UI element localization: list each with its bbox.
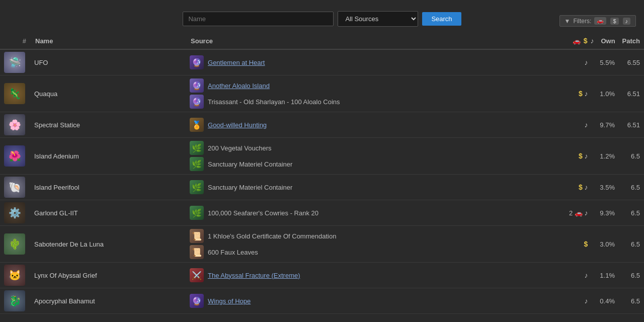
source-icon: 🔮 (190, 78, 204, 93)
pct-value: 9.3% (594, 209, 615, 217)
source-cell: 🏅Good-willed Hunting (186, 112, 492, 138)
mount-name: Lynx Of Abyssal Grief (30, 263, 186, 288)
mount-name: Quaqua (30, 75, 186, 112)
mount-cell: 🛸 (0, 49, 30, 75)
col-gil-icon: $ (584, 37, 588, 45)
row-icons-cell: $ ♪ 1.2%6.5 (492, 138, 644, 175)
music-icon: ♪ (584, 58, 588, 66)
mount-cell: 🦎 (0, 75, 30, 112)
patch-value: 6.51 (622, 121, 640, 129)
music-icon: ♪ (584, 209, 588, 217)
patch-value: 6.55 (622, 59, 640, 66)
table-row: 🌺Island Adenium🌿200 Vegetal Vouchers🌿San… (0, 138, 644, 175)
mount-icon: 🛸 (4, 52, 25, 73)
table-row: 🐱Lynx Of Abyssal Grief⚔️The Abyssal Frac… (0, 263, 644, 288)
row-icons-cell: ♪ 1.1%6.5 (492, 263, 644, 288)
source-text: Trisassant - Old Sharlayan - 100 Aloalo … (208, 98, 340, 106)
source-text: 1 Khloe's Gold Certificate Of Commendati… (208, 232, 336, 240)
table-row: 🌵Sabotender De La Luna📜1 Khloe's Gold Ce… (0, 226, 644, 263)
filters-label: Filters: (573, 18, 591, 25)
source-icon: 🌿 (190, 141, 204, 155)
source-icon: 📜 (190, 245, 204, 259)
patch-value: 6.5 (622, 209, 640, 217)
mount-count: 2 🚗 (569, 209, 583, 217)
mount-cell: 🐱 (0, 263, 30, 288)
row-icons-cell: 2 🚗 ♪ 9.3%6.5 (492, 200, 644, 226)
source-icon: ⚔️ (190, 268, 204, 282)
patch-value: 6.5 (622, 152, 640, 160)
mount-name: Island Peerifool (30, 175, 186, 200)
source-text: 100,000 Seafarer's Cowries - Rank 20 (208, 209, 318, 217)
pct-value: 0.4% (594, 297, 615, 305)
source-text[interactable]: Good-willed Hunting (208, 121, 267, 129)
filter-badge-gil[interactable]: $ (610, 18, 618, 25)
table-header: # Name Source 🚗 $ ♪ Own Patch (0, 33, 644, 49)
patch-value: 6.5 (622, 272, 640, 279)
source-cell: 🌿Sanctuary Materiel Container (186, 175, 492, 200)
mount-icon: 🐚 (4, 177, 25, 198)
search-button[interactable]: Search (422, 12, 461, 26)
search-input[interactable] (183, 12, 334, 26)
mount-icon: 🦎 (4, 83, 25, 104)
source-cell: 🔮Wings of Hope (186, 288, 492, 314)
table-row: 🐚Island Peerifool🌿Sanctuary Materiel Con… (0, 175, 644, 200)
music-icon: ♪ (584, 121, 588, 129)
row-icons-cell: $ ♪ 3.5%6.5 (492, 175, 644, 200)
filter-icon: ▼ (564, 18, 570, 25)
col-num: # (0, 33, 30, 49)
patch-value: 6.5 (622, 240, 640, 248)
col-name: Name (30, 33, 186, 49)
patch-value: 6.5 (622, 297, 640, 305)
mount-name: Spectral Statice (30, 112, 186, 138)
col-patch-label: Patch (622, 37, 640, 45)
table-row: 🐉Apocryphal Bahamut🔮Wings of Hope♪ 0.4%6… (0, 288, 644, 314)
mount-cell: 🌺 (0, 138, 30, 175)
music-icon: ♪ (584, 90, 588, 98)
source-cell: 🔮Gentlemen at Heart (186, 49, 492, 75)
music-icon: ♪ (584, 183, 588, 191)
pct-value: 3.5% (594, 184, 615, 191)
mount-icon: 🐱 (4, 265, 25, 286)
source-text: Sanctuary Materiel Container (208, 184, 292, 191)
pct-value: 1.0% (594, 90, 615, 98)
patch-value: 6.51 (622, 90, 640, 98)
filter-badge-music[interactable]: ♪ (623, 18, 631, 25)
mount-cell: 🐉 (0, 288, 30, 314)
source-text[interactable]: Wings of Hope (208, 297, 251, 305)
row-icons-cell: ♪ 0.4%6.5 (492, 288, 644, 314)
source-icon: 🔮 (190, 95, 204, 109)
col-mount-icon: 🚗 (573, 37, 581, 45)
mount-name: Sabotender De La Luna (30, 226, 186, 263)
sources-select[interactable]: All Sources (338, 11, 418, 27)
source-icon: 🔮 (190, 294, 204, 308)
mount-name: Garlond GL-IIT (30, 200, 186, 226)
row-icons-cell: $ ♪ 1.0%6.51 (492, 75, 644, 112)
source-text[interactable]: Gentlemen at Heart (208, 59, 265, 66)
mount-icon: 🌸 (4, 114, 25, 135)
mount-icon: 🌵 (4, 233, 25, 255)
music-icon: ♪ (584, 297, 588, 305)
source-text[interactable]: Another Aloalo Island (208, 82, 270, 90)
source-cell: 🌿200 Vegetal Vouchers🌿Sanctuary Materiel… (186, 138, 492, 175)
music-icon: ♪ (584, 152, 588, 160)
source-icon: 🌿 (190, 157, 204, 171)
filter-badge-mount[interactable]: 🚗 (594, 17, 606, 25)
col-own-label: Own (601, 37, 615, 45)
main-table: # Name Source 🚗 $ ♪ Own Patch 🛸 (0, 33, 644, 314)
mount-cell: 🐚 (0, 175, 30, 200)
col-music-icon: ♪ (590, 37, 594, 45)
mount-name: Apocryphal Bahamut (30, 288, 186, 314)
source-icon: 🏅 (190, 118, 204, 132)
source-icon: 🌿 (190, 180, 204, 194)
source-text[interactable]: The Abyssal Fracture (Extreme) (208, 272, 300, 279)
pct-value: 1.2% (594, 152, 615, 160)
source-cell: 🌿100,000 Seafarer's Cowries - Rank 20 (186, 200, 492, 226)
search-bar: All Sources Search (0, 5, 644, 33)
mount-name: UFO (30, 49, 186, 75)
mount-icon: 🌺 (4, 145, 25, 167)
source-cell: ⚔️The Abyssal Fracture (Extreme) (186, 263, 492, 288)
source-icon: 🌿 (190, 206, 204, 220)
row-icons-cell: ♪ 9.7%6.51 (492, 112, 644, 138)
source-text: 200 Vegetal Vouchers (208, 144, 272, 152)
table-row: 🦎Quaqua🔮Another Aloalo Island🔮Trisassant… (0, 75, 644, 112)
